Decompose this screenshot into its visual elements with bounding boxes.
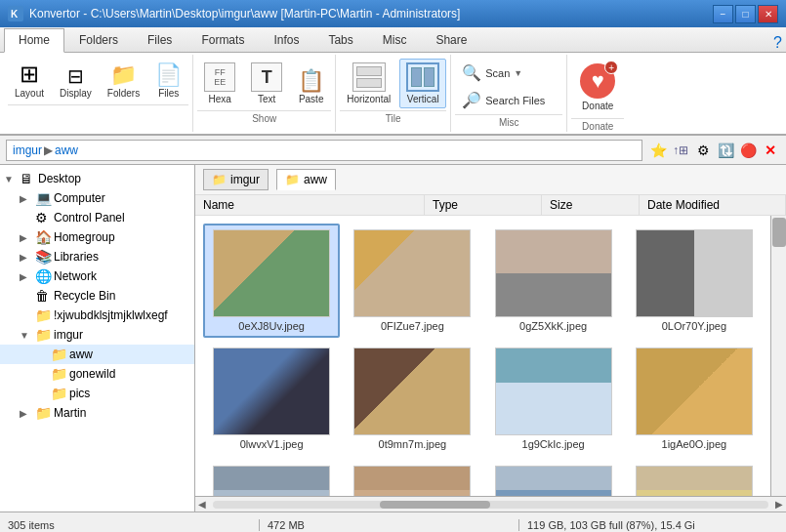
computer-toggle[interactable]: ▶	[20, 193, 35, 204]
col-name[interactable]: Name	[195, 195, 425, 215]
file-item-0lwvxV1[interactable]: 0lwvxV1.jpeg	[203, 342, 340, 456]
folders-button[interactable]: 📁 Folders	[101, 61, 146, 102]
file-item-partial4[interactable]	[626, 460, 763, 496]
stop-icon[interactable]: 🔴	[738, 141, 758, 160]
homegroup-toggle[interactable]: ▶	[20, 232, 35, 243]
sidebar-item-desktop[interactable]: ▼ 🖥 Desktop	[0, 169, 194, 188]
file-item-partial2[interactable]	[344, 460, 480, 496]
sidebar-item-control-panel[interactable]: ⚙ Control Panel	[0, 208, 194, 227]
up-icon[interactable]: ↑⊞	[671, 141, 690, 160]
file-item-0eXJ8Uv[interactable]: 0eXJ8Uv.jpeg	[203, 224, 340, 338]
breadcrumb-aww[interactable]: aww	[55, 143, 78, 157]
sidebar-item-network[interactable]: ▶ 🌐 Network	[0, 266, 194, 286]
settings-icon[interactable]: ⚙	[693, 141, 713, 160]
close-button[interactable]: ✕	[758, 5, 778, 23]
control-panel-label: Control Panel	[54, 211, 125, 225]
desktop-label: Desktop	[38, 172, 81, 185]
file-item-1g9CkIc[interactable]: 1g9CkIc.jpeg	[485, 342, 622, 456]
minimize-button[interactable]: −	[713, 5, 733, 23]
display-button[interactable]: ⊟ Display	[53, 62, 99, 102]
file-name-0lwvxV1: 0lwvxV1.jpeg	[240, 438, 304, 450]
horizontal-button[interactable]: Horizontal	[340, 59, 397, 108]
file-item-1igAe0O[interactable]: 1igAe0O.jpeg	[626, 342, 763, 456]
sidebar-item-imgur[interactable]: ▼ 📁 imgur	[0, 325, 194, 345]
sidebar-item-computer[interactable]: ▶ 💻 Computer	[0, 188, 194, 208]
col-date[interactable]: Date Modified	[640, 195, 786, 215]
paste-button[interactable]: 📋 Paste	[291, 66, 331, 108]
file-item-partial1[interactable]	[203, 460, 340, 496]
horizontal-icon	[356, 66, 382, 76]
status-disk: 119 GB, 103 GB full (87%), 15.4 Gi	[519, 519, 778, 531]
file-view-scroll: 0eXJ8Uv.jpeg 0FIZue7.jpeg 0gZ5XkK.jpeg 0…	[195, 216, 786, 496]
sidebar-item-recycle-bin[interactable]: 🗑 Recycle Bin	[0, 286, 194, 306]
tab-home[interactable]: Home	[4, 28, 64, 53]
file-item-partial3[interactable]	[485, 460, 622, 496]
files-button[interactable]: 📄 Files	[148, 61, 188, 102]
layout-button[interactable]: ⊞ Layout	[8, 59, 51, 102]
vertical-button[interactable]: Vertical	[399, 59, 446, 108]
tab-imgur[interactable]: 📁 imgur	[203, 169, 269, 190]
file-grid-wrapper: 0eXJ8Uv.jpeg 0FIZue7.jpeg 0gZ5XkK.jpeg 0…	[195, 216, 770, 496]
tab-infos[interactable]: Infos	[259, 28, 313, 52]
vertical-scrollbar[interactable]	[770, 216, 786, 496]
ribbon-group-donate: ♥ + Donate Donate	[567, 55, 628, 132]
recycle-bin-icon: 🗑	[35, 288, 51, 304]
sidebar-item-homegroup[interactable]: ▶ 🏠 Homegroup	[0, 227, 194, 247]
col-size[interactable]: Size	[542, 195, 640, 215]
tab-misc[interactable]: Misc	[368, 28, 422, 52]
layout-label: Layout	[15, 88, 44, 99]
martin-toggle[interactable]: ▶	[20, 408, 35, 419]
ribbon-toolbar: ⊞ Layout ⊟ Display 📁 Folders 📄 Files FF	[0, 53, 786, 136]
text-label: Text	[258, 94, 275, 104]
scroll-left-button[interactable]: ◀	[195, 499, 209, 510]
maximize-button[interactable]: □	[735, 5, 756, 23]
horizontal-scrollbar[interactable]: ◀ ▶	[195, 496, 786, 512]
file-item-0LOr70Y[interactable]: 0LOr70Y.jpeg	[626, 224, 763, 338]
main-area: ▼ 🖥 Desktop ▶ 💻 Computer ⚙ Control Panel…	[0, 165, 786, 512]
file-item-0t9mn7m[interactable]: 0t9mn7m.jpeg	[344, 342, 480, 456]
file-thumb-partial4	[636, 466, 753, 496]
tab-aww-icon: 📁	[285, 173, 300, 186]
tab-tabs[interactable]: Tabs	[313, 28, 367, 52]
favorites-icon[interactable]: ⭐	[648, 141, 668, 160]
file-item-0FIZue7[interactable]: 0FIZue7.jpeg	[344, 224, 480, 338]
h-scroll-thumb[interactable]	[380, 501, 491, 509]
scroll-right-button[interactable]: ▶	[772, 499, 786, 510]
tab-formats[interactable]: Formats	[186, 28, 259, 52]
text-button[interactable]: T Text	[244, 59, 289, 108]
close-icon[interactable]: ✕	[761, 141, 780, 160]
refresh-icon[interactable]: 🔃	[716, 141, 735, 160]
file-item-0gZ5XkK[interactable]: 0gZ5XkK.jpeg	[485, 224, 622, 338]
sidebar-item-pics[interactable]: 📁 pics	[0, 384, 194, 403]
network-toggle[interactable]: ▶	[20, 271, 35, 282]
tab-share[interactable]: Share	[421, 28, 481, 52]
col-type[interactable]: Type	[425, 195, 542, 215]
sidebar-item-long-name[interactable]: 📁 !xjwubdklsjtmjklwlxegf	[0, 306, 194, 325]
donate-button[interactable]: ♥ + Donate	[571, 59, 624, 116]
gonewild-label: gonewild	[69, 367, 115, 381]
file-thumb-0eXJ8Uv	[213, 229, 330, 317]
sidebar-item-aww[interactable]: 📁 aww	[0, 345, 194, 364]
tab-files[interactable]: Files	[133, 28, 186, 52]
sidebar-item-gonewild[interactable]: 📁 gonewild	[0, 364, 194, 384]
address-breadcrumb[interactable]: imgur ▶ aww	[6, 140, 642, 161]
sidebar-item-martin[interactable]: ▶ 📁 Martin	[0, 403, 194, 423]
libraries-toggle[interactable]: ▶	[20, 252, 35, 263]
imgur-toggle[interactable]: ▼	[20, 330, 35, 341]
tab-aww[interactable]: 📁 aww	[276, 169, 336, 190]
status-item-count: 305 items	[8, 519, 260, 531]
scan-button[interactable]: 🔍 Scan ▼	[455, 61, 562, 85]
sidebar-item-libraries[interactable]: ▶ 📚 Libraries	[0, 247, 194, 266]
scrollbar-thumb[interactable]	[772, 218, 786, 247]
tab-folders[interactable]: Folders	[64, 28, 133, 52]
recycle-bin-label: Recycle Bin	[54, 289, 115, 303]
help-icon[interactable]: ?	[773, 34, 782, 52]
breadcrumb-imgur[interactable]: imgur	[13, 143, 42, 157]
ribbon-tabs: Home Folders Files Formats Infos Tabs Mi…	[0, 27, 786, 53]
pics-icon: 📁	[51, 386, 66, 401]
search-files-button[interactable]: 🔎 Search Files	[455, 88, 562, 112]
hexa-button[interactable]: FF EE Hexa	[197, 59, 242, 108]
vertical-icon	[411, 67, 422, 87]
desktop-toggle[interactable]: ▼	[4, 174, 20, 184]
ribbon-group-misc: 🔍 Scan ▼ 🔎 Search Files Misc	[451, 55, 567, 132]
